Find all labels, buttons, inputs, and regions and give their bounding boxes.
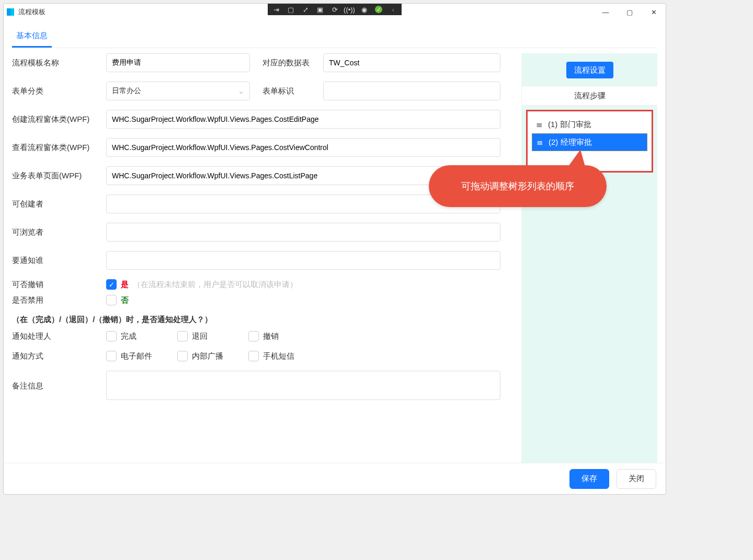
tree-step-1-label: (1) 部门审批: [548, 120, 591, 130]
annotation-text: 可拖动调整树形列表的顺序: [461, 180, 574, 192]
template-name-label: 流程模板名称: [12, 58, 106, 68]
disabled-no-label: 否: [121, 295, 129, 305]
notify-section-head: （在（完成）/（退回）/（撤销）时，是否通知处理人？）: [12, 315, 500, 325]
viewer-input[interactable]: [106, 223, 500, 242]
list-icon: ≣: [537, 138, 543, 147]
window-frame: 流程模板 ⇥ ▢ ⤢ ▣ ⟳ ((•)) ◉ ✓ ‹ — ▢ ✕ 基本信息: [3, 3, 666, 495]
disabled-checkbox[interactable]: [106, 295, 117, 305]
annotation-callout: 可拖动调整树形列表的顺序: [429, 165, 607, 207]
tool-restart-icon[interactable]: ⟳: [327, 4, 342, 15]
form-id-label: 表单标识: [263, 86, 323, 96]
notify-handler-label: 通知处理人: [12, 332, 106, 341]
form-id-input[interactable]: [323, 82, 500, 100]
method-email-label: 电子邮件: [121, 351, 152, 361]
view-class-input[interactable]: [106, 138, 500, 157]
category-value: 日常办公: [112, 86, 141, 96]
opt-cancel-label: 撤销: [263, 332, 279, 341]
close-button[interactable]: ✕: [642, 4, 666, 20]
cancelable-label: 可否撤销: [12, 280, 106, 290]
method-broadcast-checkbox[interactable]: [177, 351, 188, 361]
create-class-input[interactable]: [106, 110, 500, 129]
tab-basic-info[interactable]: 基本信息: [12, 25, 52, 48]
tool-check-icon[interactable]: ✓: [371, 4, 386, 15]
opt-return-checkbox[interactable]: [177, 331, 188, 341]
notify-who-input[interactable]: [106, 251, 500, 270]
creator-label: 可创建者: [12, 199, 106, 209]
chevron-down-icon: ⌄: [238, 87, 244, 95]
tab-bar: 基本信息: [12, 25, 657, 48]
tool-camera-icon[interactable]: ▢: [283, 4, 298, 15]
notify-who-label: 要通知谁: [12, 256, 106, 266]
biz-page-label: 业务表单页面(WPF): [12, 171, 106, 181]
category-label: 表单分类: [12, 86, 106, 96]
method-email-checkbox[interactable]: [106, 351, 117, 361]
tree-step-2[interactable]: ≣ (2) 经理审批: [532, 133, 647, 151]
footer-bar: 保存 关闭: [4, 463, 666, 494]
notify-method-label: 通知方式: [12, 351, 106, 361]
method-broadcast-label: 内部广播: [192, 351, 223, 361]
minimize-button[interactable]: —: [594, 4, 618, 20]
remark-textarea[interactable]: [106, 371, 500, 400]
form-area: 流程模板名称 对应的数据表 表单分类 日常办公 ⌄: [12, 53, 521, 463]
debug-toolbar[interactable]: ⇥ ▢ ⤢ ▣ ⟳ ((•)) ◉ ✓ ‹: [268, 4, 402, 15]
opt-cancel-checkbox[interactable]: [248, 331, 259, 341]
maximize-button[interactable]: ▢: [618, 4, 642, 20]
cancelable-checkbox[interactable]: ✓: [106, 279, 117, 290]
tree-step-1[interactable]: ≣ (1) 部门审批: [532, 116, 647, 133]
steps-tree-box: ≣ (1) 部门审批 ≣ (2) 经理审批: [526, 110, 653, 173]
close-dialog-button[interactable]: 关闭: [617, 469, 656, 489]
opt-return-label: 退回: [192, 332, 208, 341]
tree-step-2-label: (2) 经理审批: [549, 138, 592, 147]
data-table-label: 对应的数据表: [263, 58, 323, 68]
cancelable-hint: （在流程未结束前，用户是否可以取消该申请）: [133, 280, 298, 290]
title-bar: 流程模板 ⇥ ▢ ⤢ ▣ ⟳ ((•)) ◉ ✓ ‹ — ▢ ✕: [4, 4, 666, 20]
cancelable-yes-label: 是: [121, 280, 129, 290]
flow-settings-button[interactable]: 流程设置: [566, 62, 613, 78]
data-table-input[interactable]: [323, 53, 500, 72]
opt-complete-label: 完成: [121, 332, 136, 341]
tool-pointer-icon[interactable]: ⤢: [298, 4, 313, 15]
list-icon: ≣: [536, 120, 543, 129]
tool-wifi-icon[interactable]: ((•)): [342, 4, 357, 15]
save-button[interactable]: 保存: [569, 469, 609, 489]
flow-steps-tab[interactable]: 流程步骤: [522, 86, 657, 106]
tool-stop-icon[interactable]: ▣: [313, 4, 327, 15]
view-class-label: 查看流程窗体类(WPF): [12, 143, 106, 153]
opt-complete-checkbox[interactable]: [106, 331, 117, 341]
tool-person-icon[interactable]: ◉: [357, 4, 371, 15]
viewer-label: 可浏览者: [12, 227, 106, 237]
remark-label: 备注信息: [12, 381, 106, 391]
window-title: 流程模板: [18, 7, 45, 17]
disabled-label: 是否禁用: [12, 295, 106, 305]
create-class-label: 创建流程窗体类(WPF): [12, 115, 106, 124]
category-select[interactable]: 日常办公 ⌄: [106, 82, 250, 100]
tool-chevron-icon[interactable]: ‹: [386, 4, 401, 15]
side-panel: 流程设置 流程步骤 ≣ (1) 部门审批 ≣ (2) 经理审批: [521, 53, 657, 463]
method-sms-checkbox[interactable]: [248, 351, 259, 361]
tool-step-icon[interactable]: ⇥: [269, 4, 283, 15]
template-name-input[interactable]: [106, 53, 250, 72]
method-sms-label: 手机短信: [263, 351, 294, 361]
app-icon: [7, 8, 14, 16]
